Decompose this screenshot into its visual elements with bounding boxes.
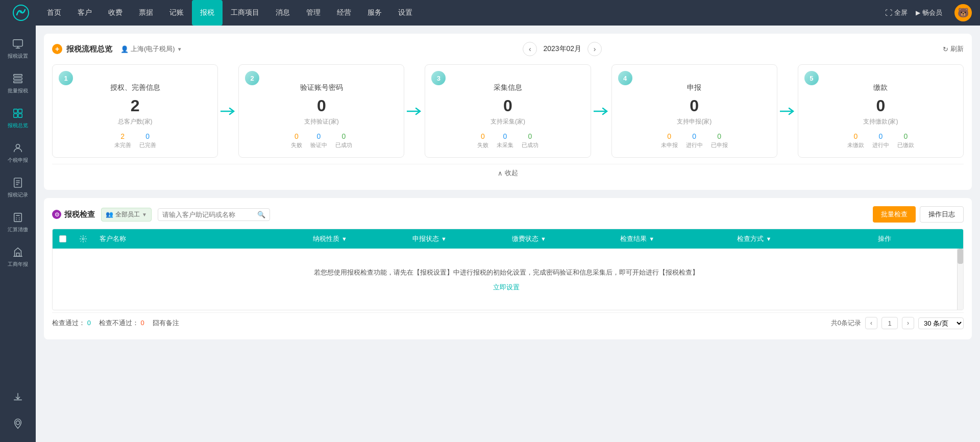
step-2-stat-2: 0 已成功	[335, 132, 352, 149]
sidebar-label-annual-report: 工商年报	[8, 261, 28, 267]
first-page-btn[interactable]: ‹	[865, 317, 877, 329]
fail-text: 检查不通过：	[99, 319, 139, 327]
th-fee-label: 缴费状态	[512, 234, 538, 243]
th-check-result[interactable]: 检查结果 ▼	[579, 229, 696, 249]
th-check-method[interactable]: 检查方式 ▼	[696, 229, 813, 249]
search-icon[interactable]: 🔍	[257, 211, 265, 218]
step-3-subtitle: 支持采集(家)	[433, 117, 582, 126]
nav-message[interactable]: 消息	[267, 0, 298, 26]
th-result-label: 检查结果	[620, 234, 647, 243]
sidebar-label-tax-settings: 报税设置	[8, 53, 28, 59]
step-2-count: 0	[247, 96, 396, 115]
nav-settings[interactable]: 设置	[390, 0, 421, 26]
step-4-val-1: 0	[686, 132, 703, 140]
per-page-select[interactable]: 30 条/页 50 条/页 100 条/页	[918, 317, 964, 329]
step-5-val-1: 0	[872, 132, 889, 140]
svg-rect-21	[16, 253, 19, 256]
current-page: 1	[881, 317, 898, 329]
operation-log-button[interactable]: 操作日志	[920, 206, 964, 223]
person-icon	[11, 141, 25, 155]
refresh-button[interactable]: ↻ 刷新	[943, 44, 964, 54]
step-2-val-2: 0	[335, 132, 352, 140]
nav-customer[interactable]: 客户	[69, 0, 100, 26]
monitor-icon	[11, 37, 25, 51]
step-4-subtitle: 支持申报(家)	[620, 117, 769, 126]
nav-fees[interactable]: 收费	[100, 0, 131, 26]
nav-right-area: ⛶ 全屏 ▶ 畅会员 🐻	[885, 4, 972, 21]
table-scrollbar[interactable]	[957, 249, 963, 310]
nav-operation[interactable]: 经营	[329, 0, 359, 26]
scrollbar-thumb[interactable]	[958, 249, 963, 264]
batch-icon	[11, 71, 25, 86]
next-month-btn[interactable]: ›	[587, 42, 602, 56]
step-1-subtitle: 总客户数(家)	[61, 117, 209, 126]
nav-business[interactable]: 工商项目	[223, 0, 267, 26]
sidebar-label-batch-tax: 批量报税	[8, 88, 28, 94]
svg-point-1	[19, 10, 22, 13]
collapse-button[interactable]: ∧ 收起	[52, 164, 964, 182]
sidebar-item-download[interactable]	[0, 384, 36, 410]
setup-link[interactable]: 立即设置	[493, 283, 520, 292]
sidebar-item-annual-report[interactable]: 工商年报	[0, 239, 36, 274]
step-3-val-2: 0	[522, 132, 538, 140]
user-avatar[interactable]: 🐻	[954, 4, 972, 21]
location-icon	[11, 416, 25, 431]
sidebar-item-overview[interactable]: 报税总览	[0, 100, 36, 135]
search-input[interactable]	[162, 211, 254, 218]
step-3-val-1: 0	[497, 132, 513, 140]
process-overview-header: + 报税流程总览 👤 上海(电子税局) ▼ ‹ 2023年02月 › ↻	[52, 42, 964, 56]
step-4-stat-2: 0 已申报	[711, 132, 728, 149]
filter-icon-4: ▼	[649, 236, 654, 242]
main-container: 报税设置 批量报税 报税总览	[0, 26, 980, 442]
table-footer: 检查通过： 0 检查不通过： 0 囧有备注 共0条记录 ‹ 1 › 30 条/页	[52, 312, 964, 331]
staff-filter[interactable]: 👥 全部员工 ▼	[101, 208, 152, 222]
sidebar-item-calc[interactable]: 汇算清缴	[0, 204, 36, 239]
sidebar-item-batch-tax[interactable]: 批量报税	[0, 65, 36, 100]
steps-container: 1 授权、完善信息 2 总客户数(家) 2 未完善 0 已完善	[52, 64, 964, 158]
nav-home[interactable]: 首页	[39, 0, 69, 26]
step-1-card: 1 授权、完善信息 2 总客户数(家) 2 未完善 0 已完善	[52, 64, 218, 158]
th-fee-status[interactable]: 缴费状态 ▼	[479, 229, 579, 249]
fail-count[interactable]: 0	[140, 319, 144, 327]
header-checkbox[interactable]	[59, 235, 66, 242]
nav-tax[interactable]: 报税	[192, 0, 223, 26]
sidebar-item-personal-tax[interactable]: 个税申报	[0, 135, 36, 169]
table-body-empty: 若您想使用报税检查功能，请先在【报税设置】中进行报税的初始化设置，完成密码验证和…	[53, 249, 963, 310]
th-gear[interactable]	[73, 229, 93, 249]
sidebar-item-tax-settings[interactable]: 报税设置	[0, 31, 36, 65]
record-icon	[11, 176, 25, 190]
app-logo	[8, 0, 34, 26]
search-box[interactable]: 🔍	[158, 208, 270, 221]
step-3-stat-1: 0 未采集	[497, 132, 513, 149]
pass-count[interactable]: 0	[87, 319, 91, 327]
nav-manage[interactable]: 管理	[298, 0, 329, 26]
staff-filter-label: 全部员工	[115, 210, 140, 219]
step-3-lbl-0: 失败	[477, 141, 488, 149]
fullscreen-btn[interactable]: ⛶ 全屏	[885, 8, 908, 17]
th-declare-status[interactable]: 申报状态 ▼	[380, 229, 479, 249]
location-selector[interactable]: 👤 上海(电子税局) ▼	[120, 44, 182, 54]
vip-btn[interactable]: ▶ 畅会员	[916, 8, 942, 17]
step-4-stats: 0 未申报 0 进行中 0 已申报	[620, 132, 769, 149]
content-area: + 报税流程总览 👤 上海(电子税局) ▼ ‹ 2023年02月 › ↻	[36, 26, 980, 442]
step-1-count: 2	[61, 96, 209, 115]
nav-service[interactable]: 服务	[359, 0, 390, 26]
nav-accounting[interactable]: 记账	[161, 0, 192, 26]
nav-invoice[interactable]: 票据	[131, 0, 161, 26]
step-2-val-0: 0	[291, 132, 302, 140]
calc-icon	[11, 210, 25, 225]
batch-check-button[interactable]: 批量检查	[873, 206, 916, 223]
th-checkbox[interactable]	[53, 229, 73, 249]
check-circle-icon: ⊙	[52, 210, 61, 219]
last-page-btn[interactable]: ›	[902, 317, 914, 329]
sidebar-item-location[interactable]	[0, 410, 36, 437]
sidebar-item-records[interactable]: 报税记录	[0, 169, 36, 204]
th-tax-type[interactable]: 纳税性质 ▼	[280, 229, 380, 249]
step-4-title: 申报	[620, 83, 769, 92]
step-1-val-1: 0	[139, 132, 156, 140]
filter-chevron-icon: ▼	[142, 212, 147, 217]
prev-month-btn[interactable]: ‹	[523, 42, 537, 56]
top-navigation: 首页 客户 收费 票据 记账 报税 工商项目 消息 管理 经营 服务 设置 ⛶ …	[0, 0, 980, 26]
svg-rect-7	[18, 109, 22, 113]
step-4-stat-1: 0 进行中	[686, 132, 703, 149]
